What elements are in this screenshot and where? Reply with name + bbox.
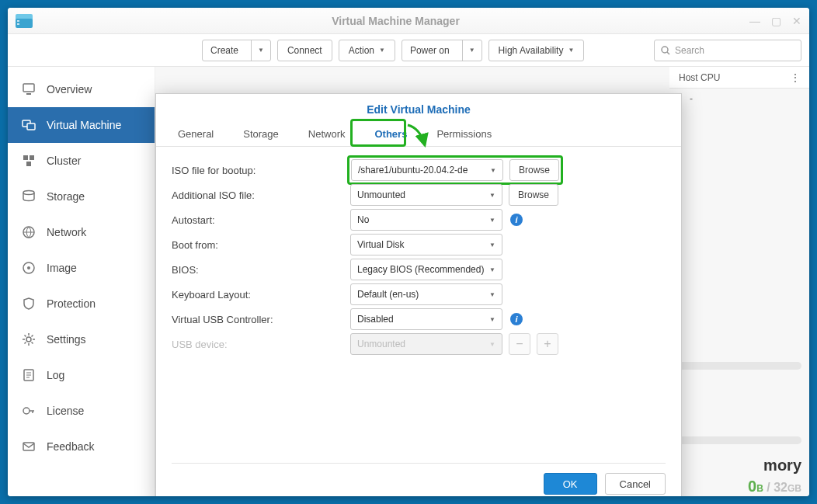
svg-rect-12 — [26, 162, 31, 166]
modal-tabs: General Storage Network Others Permissio… — [156, 122, 681, 147]
network-icon — [22, 225, 36, 239]
sidebar-item-label: Storage — [47, 190, 85, 203]
tab-network[interactable]: Network — [297, 122, 356, 146]
modal-footer: OK Cancel — [156, 464, 681, 496]
usb-device-select: Unmounted▼ — [350, 333, 502, 355]
boot-from-select[interactable]: Virtual Disk▼ — [350, 234, 502, 255]
svg-rect-9 — [27, 123, 35, 130]
sidebar-item-overview[interactable]: Overview — [8, 71, 155, 107]
svg-rect-6 — [23, 84, 34, 92]
tutorial-highlight-iso-row: /share1/ubuntu-20.04.2-de▼ Browse — [347, 155, 563, 185]
iso-bootup-select[interactable]: /share1/ubuntu-20.04.2-de▼ — [351, 159, 503, 181]
toolbar: Create ▼ Connect Action▼ Power on ▼ High… — [8, 34, 809, 67]
sidebar-item-network[interactable]: Network — [8, 214, 155, 250]
svg-rect-11 — [30, 155, 34, 160]
additional-iso-browse-button[interactable]: Browse — [509, 184, 558, 206]
overview-icon — [22, 82, 36, 96]
log-icon — [22, 368, 36, 382]
svg-point-22 — [23, 408, 30, 414]
sidebar-item-virtual-machine[interactable]: Virtual Machine — [8, 107, 155, 143]
search-input[interactable]: Search — [654, 40, 801, 61]
sidebar-item-label: Settings — [47, 333, 86, 346]
tab-permissions[interactable]: Permissions — [426, 122, 502, 146]
svg-point-4 — [662, 47, 668, 53]
settings-icon — [22, 332, 36, 346]
sidebar-item-label: Image — [47, 262, 77, 274]
sidebar-item-storage[interactable]: Storage — [8, 179, 155, 214]
svg-rect-10 — [23, 155, 28, 160]
usb-remove-button: − — [509, 333, 530, 355]
sidebar-item-feedback[interactable]: Feedback — [8, 429, 155, 464]
feedback-icon — [22, 440, 36, 454]
tab-storage[interactable]: Storage — [232, 122, 290, 146]
sidebar-item-cluster[interactable]: Cluster — [8, 143, 155, 179]
svg-rect-23 — [23, 443, 34, 450]
usb-controller-select[interactable]: Disabled▼ — [350, 308, 502, 330]
cluster-icon — [22, 154, 36, 168]
svg-point-13 — [23, 191, 34, 195]
info-icon[interactable]: i — [510, 214, 523, 226]
sidebar-item-label: Feedback — [47, 440, 94, 453]
svg-point-16 — [27, 266, 30, 269]
usb-add-button: + — [537, 333, 558, 355]
sidebar-item-image[interactable]: Image — [8, 250, 155, 286]
table-cell-dash: - — [690, 93, 693, 104]
sidebar-item-log[interactable]: Log — [8, 357, 155, 393]
tab-general[interactable]: General — [167, 122, 224, 146]
license-icon — [22, 404, 36, 418]
autostart-label: Autostart: — [172, 214, 350, 226]
image-icon — [22, 261, 36, 275]
additional-iso-label: Additional ISO file: — [172, 189, 350, 201]
sidebar-item-label: Virtual Machine — [47, 119, 121, 131]
sidebar-item-settings[interactable]: Settings — [8, 322, 155, 357]
svg-rect-2 — [17, 20, 19, 22]
titlebar: Virtual Machine Manager — ▢ ✕ — [8, 8, 809, 34]
ok-button[interactable]: OK — [544, 473, 597, 495]
sidebar: Overview Virtual Machine Cluster Storage… — [8, 67, 155, 496]
bios-label: BIOS: — [172, 264, 350, 276]
table-column-host-cpu[interactable]: Host CPU ⋮ — [669, 67, 809, 89]
power-on-button[interactable]: Power on ▼ — [402, 40, 482, 61]
info-icon[interactable]: i — [510, 313, 523, 325]
column-menu-icon[interactable]: ⋮ — [791, 72, 800, 83]
app-icon — [16, 14, 33, 28]
usb-controller-label: Virtual USB Controller: — [172, 314, 350, 325]
maximize-button[interactable]: ▢ — [771, 15, 781, 27]
create-button[interactable]: Create ▼ — [202, 40, 271, 61]
sidebar-item-protection[interactable]: Protection — [8, 286, 155, 322]
edit-vm-modal: Edit Virtual Machine General Storage Net… — [155, 93, 682, 496]
modal-title: Edit Virtual Machine — [156, 94, 681, 122]
sidebar-item-label: Network — [47, 226, 86, 238]
storage-icon — [22, 189, 36, 203]
sidebar-item-label: License — [47, 405, 84, 417]
modal-form: ISO file for bootup: /share1/ubuntu-20.0… — [156, 147, 681, 463]
keyboard-layout-label: Keyboard Layout: — [172, 289, 350, 301]
tab-others[interactable]: Others — [363, 122, 418, 146]
search-icon — [661, 46, 670, 55]
sidebar-item-label: Cluster — [47, 155, 81, 167]
sidebar-item-license[interactable]: License — [8, 393, 155, 429]
sidebar-item-label: Protection — [47, 297, 96, 310]
iso-bootup-browse-button[interactable]: Browse — [509, 159, 559, 181]
close-button[interactable]: ✕ — [792, 15, 801, 27]
sidebar-item-label: Log — [47, 369, 64, 381]
high-availability-button[interactable]: High Availability▼ — [488, 40, 585, 61]
protection-icon — [22, 297, 36, 311]
connect-button[interactable]: Connect — [277, 40, 332, 61]
additional-iso-select[interactable]: Unmounted▼ — [350, 184, 502, 206]
action-button[interactable]: Action▼ — [339, 40, 395, 61]
iso-bootup-label: ISO file for bootup: — [172, 165, 350, 176]
cancel-button[interactable]: Cancel — [605, 473, 666, 495]
svg-point-17 — [26, 337, 31, 342]
boot-from-label: Boot from: — [172, 239, 350, 251]
vm-icon — [22, 118, 36, 132]
svg-line-5 — [667, 52, 669, 54]
svg-rect-3 — [17, 23, 19, 25]
sidebar-item-label: Overview — [47, 83, 92, 96]
usb-device-label: USB device: — [172, 339, 350, 350]
minimize-button[interactable]: — — [749, 15, 760, 27]
bios-select[interactable]: Legacy BIOS (Recommended)▼ — [350, 259, 502, 280]
keyboard-layout-select[interactable]: Default (en-us)▼ — [350, 283, 502, 305]
autostart-select[interactable]: No▼ — [350, 209, 502, 231]
app-window: Virtual Machine Manager — ▢ ✕ Create ▼ C… — [8, 8, 809, 496]
